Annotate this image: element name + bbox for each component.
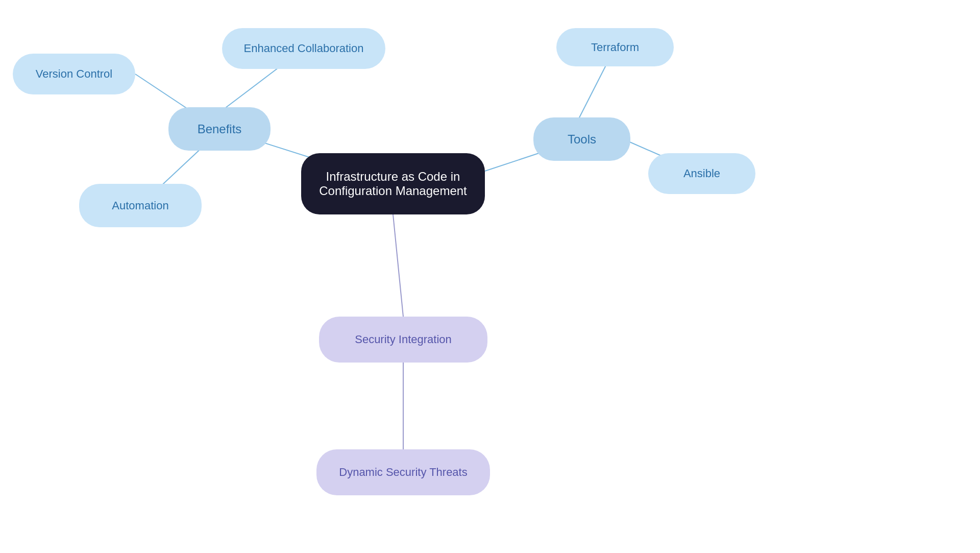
automation-node[interactable]: Automation (79, 184, 202, 227)
center-node[interactable]: Infrastructure as Code in Configuration … (301, 153, 485, 214)
benefits-node[interactable]: Benefits (168, 107, 271, 151)
version-control-node[interactable]: Version Control (13, 54, 135, 94)
enhanced-collaboration-node[interactable]: Enhanced Collaboration (222, 28, 385, 69)
svg-line-7 (393, 214, 403, 317)
terraform-node[interactable]: Terraform (556, 28, 674, 66)
ansible-node[interactable]: Ansible (648, 153, 755, 194)
security-integration-node[interactable]: Security Integration (319, 317, 487, 363)
tools-node[interactable]: Tools (533, 117, 630, 161)
mind-map-diagram: Infrastructure as Code in Configuration … (0, 0, 980, 553)
dynamic-security-threats-node[interactable]: Dynamic Security Threats (316, 449, 490, 495)
